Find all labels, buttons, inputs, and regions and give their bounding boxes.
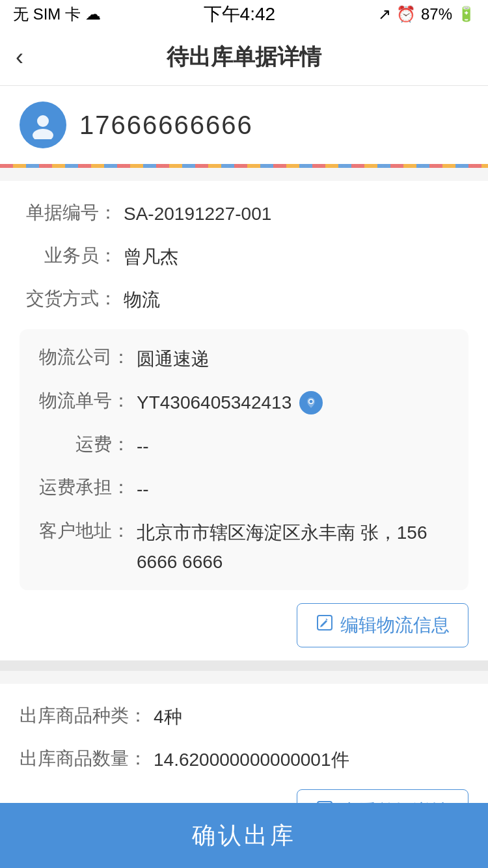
delivery-method-value: 物流 xyxy=(124,286,468,314)
freight-label: 运费： xyxy=(33,432,137,457)
stock-types-value: 4种 xyxy=(154,703,468,731)
freight-bearer-value: -- xyxy=(137,475,455,504)
edit-logistics-wrap: 编辑物流信息 xyxy=(20,603,468,647)
status-time: 下午4:42 xyxy=(204,2,276,27)
sales-person-label: 业务员： xyxy=(20,243,124,268)
stock-quantity-value: 14.620000000000001件 xyxy=(154,746,468,774)
dashed-divider xyxy=(0,164,488,168)
section-divider xyxy=(0,660,488,671)
svg-point-3 xyxy=(310,400,313,403)
address-label: 客户地址： xyxy=(33,519,137,543)
svg-point-0 xyxy=(37,115,49,127)
order-number-row: 单据编号： SA-20191227-001 xyxy=(20,200,468,228)
stock-quantity-row: 出库商品数量： 14.620000000000001件 xyxy=(20,746,468,774)
stock-types-label: 出库商品种类： xyxy=(20,703,154,728)
user-phone: 17666666666 xyxy=(79,111,253,140)
delivery-method-label: 交货方式： xyxy=(20,286,124,311)
logistics-card: 物流公司： 圆通速递 物流单号： YT43064053424​13 运费： -- xyxy=(20,329,468,590)
tracking-number-label: 物流单号： xyxy=(33,388,137,413)
svg-point-1 xyxy=(33,129,53,139)
address-row: 客户地址： 北京市市辖区海淀区永丰南 张，156 6666 6666 xyxy=(33,519,455,577)
status-bar: 无 SIM 卡 ☁ 下午4:42 ↗ ⏰ 87% 🔋 xyxy=(0,0,488,29)
status-left: 无 SIM 卡 ☁ xyxy=(13,4,101,25)
edit-icon xyxy=(316,614,334,636)
confirm-button[interactable]: 确认出库 xyxy=(0,803,488,868)
freight-value: -- xyxy=(137,432,455,461)
order-info-section: 单据编号： SA-20191227-001 业务员： 曾凡杰 交货方式： 物流 … xyxy=(0,181,488,660)
tracking-number-row: 物流单号： YT43064053424​13 xyxy=(33,388,455,418)
back-button[interactable]: ‹ xyxy=(16,44,23,71)
freight-row: 运费： -- xyxy=(33,432,455,461)
avatar xyxy=(20,102,66,148)
battery-level: 87% xyxy=(421,5,452,23)
freight-bearer-label: 运费承担： xyxy=(33,475,137,500)
status-right: ↗ ⏰ 87% 🔋 xyxy=(378,5,475,23)
location-status-icon: ↗ xyxy=(378,5,391,23)
page-title: 待出库单据详情 xyxy=(167,42,321,72)
edit-logistics-button[interactable]: 编辑物流信息 xyxy=(297,603,468,647)
stock-quantity-label: 出库商品数量： xyxy=(20,746,154,771)
logistics-company-row: 物流公司： 圆通速递 xyxy=(33,345,455,374)
nav-bar: ‹ 待出库单据详情 xyxy=(0,29,488,86)
user-section: 17666666666 xyxy=(0,86,488,164)
delivery-method-row: 交货方式： 物流 xyxy=(20,286,468,314)
confirm-button-label: 确认出库 xyxy=(192,820,296,852)
stock-types-row: 出库商品种类： 4种 xyxy=(20,703,468,731)
address-value: 北京市市辖区海淀区永丰南 张，156 6666 6666 xyxy=(137,519,455,577)
order-number-label: 单据编号： xyxy=(20,200,124,225)
sales-person-value: 曾凡杰 xyxy=(124,243,468,271)
tracking-number-text: YT43064053424​13 xyxy=(137,388,291,418)
logistics-company-value: 圆通速递 xyxy=(137,345,455,374)
order-number-value: SA-20191227-001 xyxy=(124,200,468,228)
battery-icon: 🔋 xyxy=(457,6,475,23)
sales-person-row: 业务员： 曾凡杰 xyxy=(20,243,468,271)
freight-bearer-row: 运费承担： -- xyxy=(33,475,455,504)
tracking-number-value: YT43064053424​13 xyxy=(137,388,455,418)
location-icon[interactable] xyxy=(299,391,323,414)
edit-logistics-label: 编辑物流信息 xyxy=(340,613,450,638)
logistics-company-label: 物流公司： xyxy=(33,345,137,370)
alarm-icon: ⏰ xyxy=(396,5,416,23)
sim-status: 无 SIM 卡 ☁ xyxy=(13,4,101,25)
